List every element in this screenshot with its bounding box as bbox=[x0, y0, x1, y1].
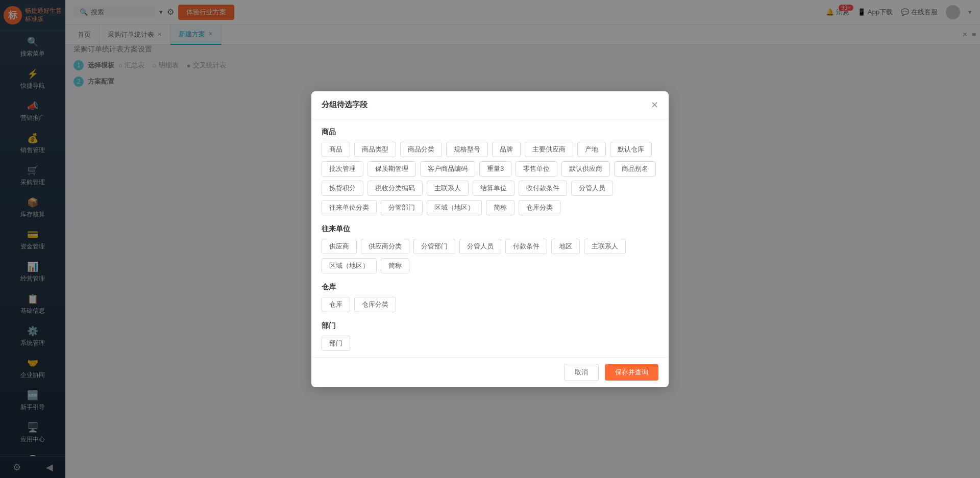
field-customer-code[interactable]: 客户商品编码 bbox=[420, 161, 475, 177]
field-settlement-unit[interactable]: 结算单位 bbox=[473, 181, 514, 196]
section-warehouse-title: 仓库 bbox=[322, 283, 658, 292]
field-spec-model[interactable]: 规格型号 bbox=[446, 142, 488, 157]
field-default-supplier[interactable]: 默认供应商 bbox=[561, 161, 610, 177]
field-dept[interactable]: 分管部门 bbox=[381, 200, 423, 215]
department-fields-grid: 部门 bbox=[322, 336, 658, 351]
section-partner-title: 往来单位 bbox=[322, 224, 658, 234]
field-default-warehouse[interactable]: 默认仓库 bbox=[610, 142, 652, 157]
field-area[interactable]: 地区 bbox=[551, 239, 580, 254]
field-pick-points[interactable]: 拣货积分 bbox=[322, 181, 363, 196]
field-tax-code[interactable]: 税收分类编码 bbox=[368, 181, 423, 196]
field-brand[interactable]: 品牌 bbox=[492, 142, 521, 157]
field-product-type[interactable]: 商品类型 bbox=[354, 142, 396, 157]
field-partner-abbr[interactable]: 简称 bbox=[381, 258, 409, 273]
field-weight[interactable]: 重量3 bbox=[479, 161, 511, 177]
field-partner-dept[interactable]: 分管部门 bbox=[413, 239, 455, 254]
field-department[interactable]: 部门 bbox=[322, 336, 350, 351]
dialog-footer: 取消 保存并查询 bbox=[311, 357, 669, 387]
field-payment-condition[interactable]: 付款条件 bbox=[505, 239, 547, 254]
section-warehouse: 仓库 仓库 仓库分类 bbox=[322, 283, 658, 312]
field-region[interactable]: 区域（地区） bbox=[427, 200, 482, 215]
partner-fields-grid: 供应商 供应商分类 分管部门 分管人员 付款条件 地区 主联系人 区域（地区） … bbox=[322, 239, 658, 273]
field-alias[interactable]: 商品别名 bbox=[614, 161, 656, 177]
field-supplier-category[interactable]: 供应商分类 bbox=[361, 239, 409, 254]
field-product-category[interactable]: 商品分类 bbox=[400, 142, 442, 157]
field-partner-category[interactable]: 往来单位分类 bbox=[322, 200, 377, 215]
field-shelf-life[interactable]: 保质期管理 bbox=[368, 161, 416, 177]
field-select-dialog: 分组待选字段 ✕ 商品 商品 商品类型 商品分类 规格型号 品牌 主要供应商 产… bbox=[311, 91, 669, 387]
section-partner: 往来单位 供应商 供应商分类 分管部门 分管人员 付款条件 地区 主联系人 区域… bbox=[322, 224, 658, 273]
dialog-title: 分组待选字段 bbox=[322, 100, 368, 110]
field-batch-mgmt[interactable]: 批次管理 bbox=[322, 161, 363, 177]
dialog-header: 分组待选字段 ✕ bbox=[311, 91, 669, 119]
field-product[interactable]: 商品 bbox=[322, 142, 350, 157]
cancel-button[interactable]: 取消 bbox=[564, 364, 599, 381]
field-retail-unit[interactable]: 零售单位 bbox=[516, 161, 557, 177]
save-query-button[interactable]: 保存并查询 bbox=[605, 364, 658, 381]
dialog-close-icon[interactable]: ✕ bbox=[651, 99, 658, 111]
field-abbr[interactable]: 简称 bbox=[486, 200, 514, 215]
field-warehouse[interactable]: 仓库 bbox=[322, 297, 350, 312]
field-origin[interactable]: 产地 bbox=[577, 142, 606, 157]
section-product-title: 商品 bbox=[322, 128, 658, 137]
field-partner-supervisor[interactable]: 分管人员 bbox=[459, 239, 501, 254]
field-warehouse-category[interactable]: 仓库分类 bbox=[519, 200, 560, 215]
field-partner-region[interactable]: 区域（地区） bbox=[322, 258, 377, 273]
field-main-supplier[interactable]: 主要供应商 bbox=[525, 142, 573, 157]
dialog-body: 商品 商品 商品类型 商品分类 规格型号 品牌 主要供应商 产地 默认仓库 批次… bbox=[311, 119, 669, 357]
warehouse-fields-grid: 仓库 仓库分类 bbox=[322, 297, 658, 312]
field-partner-contact[interactable]: 主联系人 bbox=[584, 239, 626, 254]
field-payment-terms[interactable]: 收付款条件 bbox=[519, 181, 567, 196]
field-supplier[interactable]: 供应商 bbox=[322, 239, 357, 254]
section-department: 部门 部门 bbox=[322, 321, 658, 351]
section-department-title: 部门 bbox=[322, 321, 658, 331]
section-product: 商品 商品 商品类型 商品分类 规格型号 品牌 主要供应商 产地 默认仓库 批次… bbox=[322, 128, 658, 215]
field-warehouse-cat[interactable]: 仓库分类 bbox=[354, 297, 396, 312]
field-supervisor[interactable]: 分管人员 bbox=[571, 181, 613, 196]
field-main-contact[interactable]: 主联系人 bbox=[427, 181, 469, 196]
product-fields-grid: 商品 商品类型 商品分类 规格型号 品牌 主要供应商 产地 默认仓库 批次管理 … bbox=[322, 142, 658, 215]
